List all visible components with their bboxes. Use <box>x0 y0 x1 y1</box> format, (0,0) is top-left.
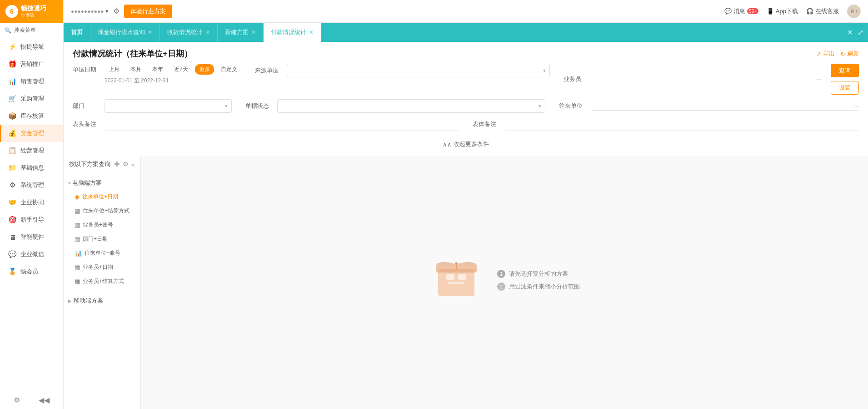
tab-new-plan-close[interactable]: ✕ <box>251 29 256 35</box>
scheme-item-staff-date[interactable]: ▦ 业务员+日期 <box>64 260 140 274</box>
sidebar-item-label: 系统管理 <box>20 181 44 189</box>
scheme-item-label: 往来单位+日期 <box>82 193 118 201</box>
tab-home[interactable]: 首页 <box>64 23 90 42</box>
sidebar-item-label: 畅会员 <box>20 268 38 276</box>
dept-select[interactable]: ▾ <box>105 99 232 113</box>
search-menu[interactable]: 🔍 搜索菜单 <box>0 23 63 38</box>
collapse-sidebar-btn[interactable]: ◀◀ <box>39 396 50 404</box>
vip-icon: 🏅 <box>8 268 17 276</box>
collapse-filter-btn[interactable]: ∧∧ 收起更多条件 <box>73 137 859 151</box>
page-header: 付款情况统计（往来单位+日期） ↗ 导出 ↻ 刷新 <box>64 42 868 59</box>
tab-receipt-close[interactable]: ✕ <box>205 29 210 35</box>
scheme-group-mobile: ▶ 移动端方案 <box>64 291 140 310</box>
result-area: 1 请先选择要分析的方案 2 用过滤条件来缩小分析范围 <box>141 156 868 409</box>
sidebar-item-label: 营销推广 <box>20 60 44 68</box>
tab-payment-label: 付款情况统计 <box>271 28 306 36</box>
messages-label: 消息 <box>733 7 745 15</box>
sidebar-item-system[interactable]: ⚙ 系统管理 <box>0 177 63 194</box>
scheme-settings-btn[interactable]: ⚙ <box>123 160 129 168</box>
tabbar-actions: ✕ ⤢ <box>843 23 868 42</box>
setting-button[interactable]: 设置 <box>831 81 859 95</box>
header-note-input[interactable] <box>105 117 459 131</box>
scheme-item-counterpart-account[interactable]: 📊 往来单位+账号 <box>64 246 140 260</box>
scheme-group-desktop: ▾ 电脑端方案 ◉ 往来单位+日期 ▦ 往来单位+结算方式 ▦ 业务员+账号 <box>64 173 140 291</box>
account-selector[interactable]: ●●●●●●●●●● ▾ <box>71 8 109 15</box>
docstatus-select[interactable]: ▾ <box>277 99 545 113</box>
app-download-btn[interactable]: 📱 App下载 <box>767 7 798 15</box>
expand-tab-btn[interactable]: ⤢ <box>858 28 863 37</box>
date-custom-btn[interactable]: 自定义 <box>217 64 241 75</box>
hint-num-1: 1 <box>497 270 505 278</box>
sidebar-item-inventory[interactable]: 📦 库存核算 <box>0 107 63 125</box>
date-quick-buttons: 上月 本月 本年 近7天 更多 自定义 <box>105 64 241 75</box>
sidebar-item-sales[interactable]: 📊 销售管理 <box>0 73 63 90</box>
sidebar-item-wechat[interactable]: 💬 企业微信 <box>0 246 63 263</box>
page-title: 付款情况统计（往来单位+日期） <box>73 48 192 59</box>
scheme-table-icon: ▦ <box>75 207 80 214</box>
coop-icon: 🤝 <box>8 198 17 207</box>
body-note-input[interactable] <box>504 117 859 131</box>
sidebar-item-operation[interactable]: 📋 经营管理 <box>0 142 63 159</box>
customer-service-btn[interactable]: 🎧 在线客服 <box>806 7 839 15</box>
tab-bank-close[interactable]: ✕ <box>148 29 152 35</box>
scheme-item-staff-account[interactable]: ▦ 业务员+账号 <box>64 218 140 232</box>
date-last-month-btn[interactable]: 上月 <box>105 64 124 75</box>
user-avatar[interactable]: Rit <box>847 5 861 18</box>
body-note-label: 表体备注 <box>473 120 504 128</box>
docstatus-label: 单据状态 <box>245 102 277 110</box>
sidebar-item-finance[interactable]: 💰 资金管理 <box>0 125 63 142</box>
scheme-item-staff-settle[interactable]: ▦ 业务员+结算方式 <box>64 274 140 288</box>
collapse-scheme-btn[interactable]: « <box>131 161 135 168</box>
sidebar-item-label: 采购管理 <box>20 95 44 103</box>
tabbar: 首页 现金银行流水查询 ✕ 收款情况统计 ✕ 新建方案 ✕ 付款情况统计 ✕ ✕… <box>64 23 868 42</box>
sidebar-item-coop[interactable]: 🤝 企业协同 <box>0 194 63 211</box>
tab-receipt[interactable]: 收款情况统计 ✕ <box>160 23 218 42</box>
messages-btn[interactable]: 💬 消息 99+ <box>724 7 758 15</box>
sidebar-item-label: 企业微信 <box>20 250 44 258</box>
sidebar-item-purchase[interactable]: 🛒 采购管理 <box>0 90 63 107</box>
counterpart-label: 往来单位 <box>559 102 591 110</box>
scheme-item-dept-date[interactable]: ▦ 部门+日期 <box>64 232 140 246</box>
trial-plan-button[interactable]: 体验行业方案 <box>124 5 172 18</box>
date-more-btn[interactable]: 更多 <box>195 64 214 75</box>
add-scheme-btn[interactable]: ✚ <box>114 160 120 168</box>
filter-row3: 表头备注 表体备注 <box>73 117 859 131</box>
desktop-group-label: 电脑端方案 <box>72 179 102 187</box>
date-7days-btn[interactable]: 近7天 <box>170 64 192 75</box>
scheme-item-label: 往来单位+账号 <box>85 249 120 257</box>
close-all-tabs-btn[interactable]: ✕ <box>847 28 853 37</box>
scheme-group-mobile-header[interactable]: ▶ 移动端方案 <box>64 294 140 308</box>
sidebar-item-hardware[interactable]: 🖥 智能硬件 <box>0 228 63 246</box>
tab-bank[interactable]: 现金银行流水查询 ✕ <box>90 23 160 42</box>
date-this-year-btn[interactable]: 本年 <box>148 64 167 75</box>
hint-item-2: 2 用过滤条件来缩小分析范围 <box>497 283 580 291</box>
topbar-gear-icon[interactable]: ⚙ <box>113 7 120 15</box>
scheme-item-counterpart-settle[interactable]: ▦ 往来单位+结算方式 <box>64 204 140 218</box>
sidebar-item-vip[interactable]: 🏅 畅会员 <box>0 263 63 280</box>
sidebar-item-quick-nav[interactable]: ⚡ 快捷导航 <box>0 38 63 56</box>
app-icon: 📱 <box>767 8 774 15</box>
settings-footer-btn[interactable]: ⚙ <box>14 396 20 404</box>
refresh-button[interactable]: ↻ 刷新 <box>840 50 859 58</box>
tab-new-plan[interactable]: 新建方案 ✕ <box>218 23 264 42</box>
filter-area: 单据日期 上月 本月 本年 近7天 更多 自定义 2022-01-01 至 20… <box>64 59 868 156</box>
query-button[interactable]: 查询 <box>831 64 859 77</box>
sidebar-item-guide[interactable]: 🎯 新手引导 <box>0 211 63 228</box>
date-this-month-btn[interactable]: 本月 <box>126 64 145 75</box>
counterpart-dots-btn[interactable]: ··· <box>853 102 859 109</box>
search-label: 搜索菜单 <box>14 26 36 34</box>
sidebar-item-marketing[interactable]: 🎁 营销推广 <box>0 56 63 73</box>
sidebar-item-basic[interactable]: 📁 基础信息 <box>0 159 63 177</box>
empty-hint: 1 请先选择要分析的方案 2 用过滤条件来缩小分析范围 <box>497 270 580 295</box>
sidebar-footer: ⚙ ◀◀ <box>0 391 63 409</box>
sales-icon: 📊 <box>8 77 17 86</box>
staff-dots-btn[interactable]: ··· <box>816 76 822 83</box>
logo-icon: 6 <box>5 5 18 18</box>
export-button[interactable]: ↗ 导出 <box>816 50 835 58</box>
source-select[interactable]: ▾ <box>287 64 550 77</box>
tab-payment-close[interactable]: ✕ <box>309 29 314 35</box>
tab-payment[interactable]: 付款情况统计 ✕ <box>264 23 321 42</box>
scheme-group-desktop-header[interactable]: ▾ 电脑端方案 <box>64 176 140 190</box>
sidebar-item-label: 经营管理 <box>20 146 44 155</box>
scheme-item-counterpart-date[interactable]: ◉ 往来单位+日期 <box>64 190 140 204</box>
